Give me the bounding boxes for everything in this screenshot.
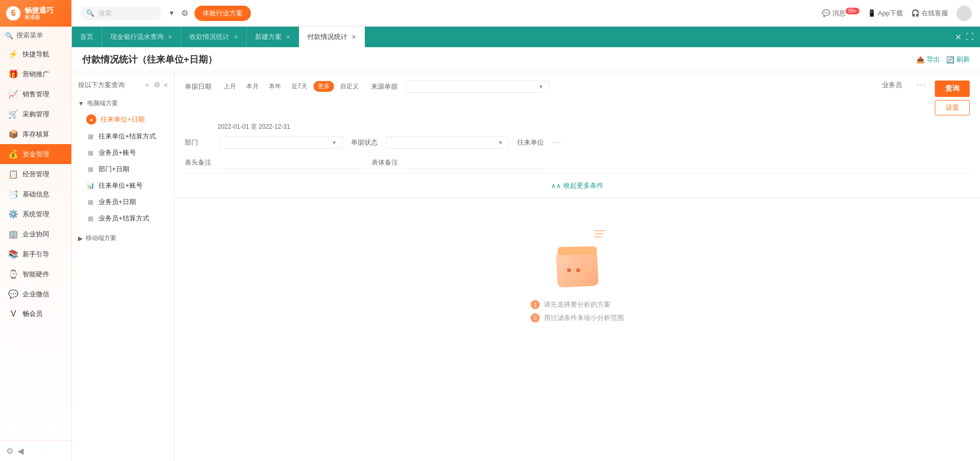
- scheme-item-staff-account[interactable]: ▦ 业务员+账号: [72, 145, 174, 161]
- collapse-label: 收起更多条件: [563, 181, 603, 190]
- filter-settings-btn[interactable]: 设置: [935, 100, 970, 115]
- inventory-icon: 📦: [8, 129, 18, 139]
- search-menu-icon: 🔍: [5, 32, 13, 39]
- query-btn[interactable]: 查询: [935, 81, 970, 97]
- sidebar-item-finance[interactable]: 💰 资金管理: [0, 144, 71, 164]
- collapse-btn[interactable]: ∧∧ 收起更多条件: [551, 178, 603, 193]
- scheme-group-mobile-header[interactable]: ▶ 移动端方案: [72, 231, 174, 246]
- scheme-settings-icon[interactable]: ⚙: [154, 81, 161, 90]
- refresh-btn[interactable]: 🔄 刷新: [946, 55, 970, 64]
- header-note-input[interactable]: [220, 156, 363, 169]
- date-btn-this-month[interactable]: 本月: [242, 81, 263, 92]
- tab-home[interactable]: 首页: [72, 27, 102, 47]
- robot-eye-left: [567, 268, 571, 272]
- empty-num-2: 2: [531, 313, 540, 323]
- tab-payment-close[interactable]: ✕: [351, 34, 356, 41]
- sidebar-item-system[interactable]: ⚙️ 系统管理: [0, 204, 71, 224]
- date-filter-group: 单据日期 上月 本月 本年 近7天 更多 自定义: [185, 81, 363, 92]
- topbar-search-box[interactable]: 🔍 搜索: [80, 7, 162, 20]
- online-service-btn[interactable]: 🎧 在线客服: [911, 9, 948, 18]
- sidebar-item-sales[interactable]: 📈 销售管理: [0, 84, 71, 104]
- topbar-dropdown-arrow[interactable]: ▼: [168, 9, 175, 17]
- tab-bank-flow-label: 现金银行流水查询: [110, 32, 164, 42]
- operation-icon: 📋: [8, 169, 18, 179]
- tab-receipt-close[interactable]: ✕: [233, 34, 238, 41]
- sidebar-settings-icon[interactable]: ⚙: [6, 446, 13, 456]
- app-download-btn[interactable]: 📱 App下载: [868, 9, 903, 18]
- sidebar-item-inventory[interactable]: 📦 库存核算: [0, 124, 71, 144]
- topbar-search-text: 搜索: [99, 9, 112, 18]
- sidebar-item-wechat[interactable]: 💬 企业微信: [0, 284, 71, 304]
- scheme-item-dept-date[interactable]: ▦ 部门+日期: [72, 161, 174, 177]
- tab-expand-icon[interactable]: ⛶: [966, 32, 974, 42]
- sidebar-item-purchase[interactable]: 🛒 采购管理: [0, 104, 71, 124]
- topbar-settings-icon[interactable]: ⚙: [181, 8, 188, 18]
- basic-info-icon: 📑: [8, 189, 18, 199]
- tab-bank-flow[interactable]: 现金银行流水查询 ✕: [102, 27, 181, 47]
- export-btn[interactable]: 📤 导出: [916, 55, 940, 64]
- dept-select[interactable]: ▼: [220, 136, 343, 149]
- scheme-item-label: 往来单位+日期: [101, 115, 145, 124]
- contact-dots[interactable]: ···: [552, 138, 562, 147]
- tab-close-all-icon[interactable]: ✕: [955, 32, 962, 42]
- date-quick-btns: 上月 本月 本年 近7天 更多 自定义: [220, 81, 363, 92]
- voucher-status-select[interactable]: ▼: [386, 136, 509, 149]
- scheme-item-contact-account[interactable]: 📊 往来单位+账号: [72, 177, 174, 194]
- sidebar-item-guide[interactable]: 📚 新手引导: [0, 244, 71, 264]
- scheme-item-contact-date[interactable]: ● 往来单位+日期: [72, 111, 174, 128]
- scheme-panel-header: 按以下方案查询 ＋ ⚙ «: [72, 76, 174, 94]
- empty-hint-1: 1 请先选择要分析的方案: [531, 300, 624, 309]
- date-btn-more[interactable]: 更多: [313, 81, 334, 92]
- source-select-arrow: ▼: [538, 84, 544, 90]
- tab-payment-stats[interactable]: 付款情况统计 ✕: [299, 27, 365, 47]
- scheme-item-contact-settlement[interactable]: ▦ 往来单位+结算方式: [72, 128, 174, 145]
- scheme-item-staff-settlement[interactable]: ▦ 业务员+结算方式: [72, 210, 174, 227]
- source-select[interactable]: ▼: [406, 81, 550, 93]
- tab-receipt-stats[interactable]: 收款情况统计 ✕: [181, 27, 247, 47]
- query-actions: 查询 设置: [935, 81, 970, 115]
- scheme-group-desktop-header[interactable]: ▼ 电脑端方案: [72, 96, 174, 111]
- robot-lid: [558, 246, 597, 255]
- sidebar-item-marketing[interactable]: 🎁 营销推广: [0, 64, 71, 84]
- sidebar-item-member[interactable]: V 畅会员: [0, 304, 71, 324]
- scheme-add-icon[interactable]: ＋: [144, 81, 151, 90]
- body-note-input[interactable]: [406, 156, 550, 169]
- sidebar-nav: ⚡ 快捷导航 🎁 营销推广 📈 销售管理 🛒 采购管理 📦 库存核算 💰 资金管…: [0, 44, 71, 324]
- sidebar-collapse-icon[interactable]: ◀: [17, 446, 24, 456]
- tab-receipt-stats-label: 收款情况统计: [189, 32, 229, 42]
- staff-dots[interactable]: ···: [917, 81, 927, 90]
- scheme-group-mobile: ▶ 移动端方案: [72, 229, 174, 248]
- sidebar-item-label: 经营管理: [23, 170, 49, 179]
- scheme-item-icon: ▦: [86, 133, 94, 140]
- scheme-panel-title: 按以下方案查询: [78, 81, 125, 90]
- app-download-label: App下载: [878, 9, 903, 18]
- refresh-label: 刷新: [956, 55, 970, 64]
- sidebar-item-operation[interactable]: 📋 经营管理: [0, 164, 71, 184]
- user-avatar[interactable]: [956, 6, 972, 21]
- header-note-group: 表头备注: [185, 156, 363, 169]
- sidebar-item-enterprise[interactable]: 🏢 企业协同: [0, 224, 71, 244]
- scheme-collapse-icon[interactable]: «: [164, 81, 168, 90]
- date-btn-7days[interactable]: 近7天: [287, 81, 311, 92]
- date-btn-custom[interactable]: 自定义: [336, 81, 363, 92]
- tab-new-scheme-close[interactable]: ✕: [286, 34, 290, 41]
- date-range-display: 2022-01-01 至 2022-12-31: [218, 123, 970, 131]
- sidebar-item-hardware[interactable]: ⌚ 智能硬件: [0, 264, 71, 284]
- content-area: 按以下方案查询 ＋ ⚙ « ▼ 电脑端方案 ● 往来单位+日期 ▦: [72, 72, 980, 461]
- search-menu-item[interactable]: 🔍 搜索菜单: [0, 27, 71, 44]
- scheme-group-desktop: ▼ 电脑端方案 ● 往来单位+日期 ▦ 往来单位+结算方式 ▦ 业务员+账号 ▦: [72, 94, 174, 229]
- scheme-item-staff-date[interactable]: ▦ 业务员+日期: [72, 194, 174, 210]
- trial-btn[interactable]: 体验行业方案: [194, 6, 251, 21]
- date-btn-last-month[interactable]: 上月: [220, 81, 240, 92]
- date-btn-this-year[interactable]: 本年: [265, 81, 285, 92]
- tab-new-scheme[interactable]: 新建方案 ✕: [247, 27, 299, 47]
- enterprise-icon: 🏢: [8, 229, 18, 239]
- voucher-status-filter-group: 单据状态 ▼: [351, 136, 509, 149]
- scheme-group-arrow: ▼: [78, 100, 84, 107]
- notifications-btn[interactable]: 💬 消息 99+: [822, 9, 859, 18]
- sidebar-item-label: 企业协同: [23, 230, 49, 239]
- right-panel: 单据日期 上月 本月 本年 近7天 更多 自定义 来源单据: [174, 72, 980, 461]
- sidebar-item-quick-nav[interactable]: ⚡ 快捷导航: [0, 44, 71, 64]
- tab-bank-flow-close[interactable]: ✕: [168, 34, 172, 41]
- sidebar-item-basic-info[interactable]: 📑 基础信息: [0, 184, 71, 204]
